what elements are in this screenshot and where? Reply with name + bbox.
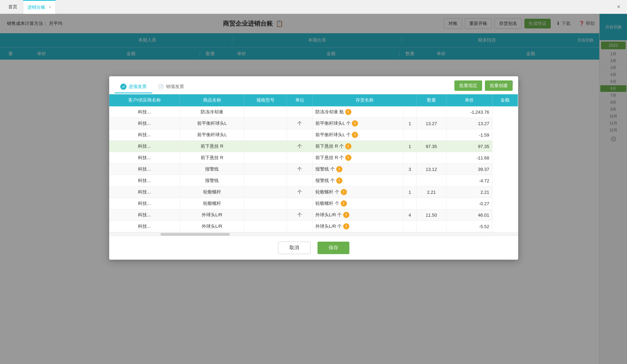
cell-unit-price [416, 221, 446, 232]
cell-product: 轮毂螺杆 [180, 187, 244, 198]
cell-inventory: 轮毂螺杆 个 ! [313, 187, 403, 198]
cell-spec [244, 118, 287, 129]
cell-supplier: 科技... [109, 175, 180, 187]
modal-header: ↺ 进项发票 📄 销项发票 批量指定 批量创建 × [109, 76, 518, 94]
cell-spec [244, 175, 287, 187]
cell-qty: 1 [403, 118, 416, 129]
cell-amount: -4.72 [446, 175, 492, 187]
cell-unit-price [416, 175, 446, 187]
batch-assign-button[interactable]: 批量指定 [454, 80, 482, 91]
cell-spec [244, 221, 287, 232]
cell-qty [403, 175, 416, 187]
purchase-tab-icon: ↺ [120, 84, 127, 90]
cell-unit-price [416, 152, 446, 164]
modal-footer: 取消 保存 [109, 236, 518, 260]
cell-inventory: 前下悬挂 R 个 ! [313, 141, 403, 152]
table-row[interactable]: 科技...报警线报警线 个 !-4.72 [109, 175, 518, 187]
cell-supplier: 科技... [109, 152, 180, 164]
tab-bar: 首页 进销台账 × × [0, 0, 627, 14]
modal-close-button[interactable]: × [510, 80, 514, 87]
cell-qty: 3 [403, 164, 416, 175]
tab-purchase-invoice[interactable]: ↺ 进项发票 [115, 81, 152, 93]
tab-home[interactable]: 首页 [3, 0, 23, 14]
cell-inventory: 前下悬挂 R 个 ! [313, 152, 403, 164]
cell-product: 前平衡杆球头L [180, 118, 244, 129]
th-unit: 单位 [287, 94, 313, 106]
invoice-table: 客户/供应商名称 商品名称 规格型号 单位 存货名称 数量 单价 金额 科技..… [109, 94, 518, 232]
cell-unit-price: 97.35 [416, 141, 446, 152]
cell-supplier: 科技... [109, 187, 180, 198]
table-row[interactable]: 科技...前下悬挂 R个前下悬挂 R 个 !197.3597.35 [109, 141, 518, 152]
cell-spec [244, 164, 287, 175]
sales-tab-icon: 📄 [158, 84, 164, 90]
table-row[interactable]: 科技...前平衡杆球头L前平衡杆球头L 个 !-1.59 [109, 129, 518, 141]
batch-create-button[interactable]: 批量创建 [485, 80, 513, 91]
warning-icon: ! [345, 143, 351, 149]
tab-close-icon[interactable]: × [49, 5, 51, 10]
cell-qty [403, 129, 416, 141]
save-button[interactable]: 保存 [317, 242, 349, 254]
table-row[interactable]: 科技...轮毂螺杆个轮毂螺杆 个 !12.212.21 [109, 187, 518, 198]
warning-icon: ! [336, 177, 342, 184]
cell-amount: 2.21 [446, 187, 492, 198]
cell-inventory: 外球头L/R 个 ! [313, 221, 403, 232]
cell-inventory: 前平衡杆球头L 个 ! [313, 129, 403, 141]
cell-product: 前下悬挂 R [180, 152, 244, 164]
tab-sales-label: 销项发票 [166, 84, 184, 90]
table-row[interactable]: 科技...前下悬挂 R前下悬挂 R 个 !-11.68 [109, 152, 518, 164]
cell-supplier: 科技... [109, 164, 180, 175]
cell-supplier: 科技... [109, 141, 180, 152]
cell-amount: -5.52 [446, 221, 492, 232]
window-close-button[interactable]: × [613, 1, 624, 12]
table-row[interactable]: 科技...外球头L/R外球头L/R 个 !-5.52 [109, 221, 518, 232]
cell-product: 前平衡杆球头L [180, 129, 244, 141]
scrollbar-thumb[interactable] [160, 233, 230, 236]
cell-supplier: 科技... [109, 129, 180, 141]
cell-product: 外球头L/R [180, 221, 244, 232]
cell-qty: 1 [403, 141, 416, 152]
cell-supplier: 科技... [109, 118, 180, 129]
table-row[interactable]: 科技...防冻冷却液防冻冷却液 瓶 !-1,243.76 [109, 106, 518, 118]
warning-icon: ! [343, 212, 349, 218]
table-row[interactable]: 科技...外球头L/R个外球头L/R 个 !411.5046.01 [109, 209, 518, 221]
cell-unit-price [416, 198, 446, 209]
table-header-row: 客户/供应商名称 商品名称 规格型号 单位 存货名称 数量 单价 金额 [109, 94, 518, 106]
table-row[interactable]: 科技...前平衡杆球头L个前平衡杆球头L 个 !113.2713.27 [109, 118, 518, 129]
warning-icon: ! [343, 223, 349, 229]
cell-amount: 39.37 [446, 164, 492, 175]
modal-body: 客户/供应商名称 商品名称 规格型号 单位 存货名称 数量 单价 金额 科技..… [109, 94, 518, 232]
th-qty: 数量 [416, 94, 446, 106]
cell-product: 前下悬挂 R [180, 141, 244, 152]
th-product: 商品名称 [180, 94, 244, 106]
cell-supplier: 科技... [109, 198, 180, 209]
cancel-button[interactable]: 取消 [278, 242, 311, 254]
horizontal-scrollbar[interactable] [109, 232, 518, 236]
cell-unit-price: 13.12 [416, 164, 446, 175]
cell-supplier: 科技... [109, 209, 180, 221]
cell-spec [244, 187, 287, 198]
cell-spec [244, 129, 287, 141]
cell-inventory: 报警线 个 ! [313, 175, 403, 187]
cell-unit [287, 106, 313, 118]
cell-supplier: 科技... [109, 221, 180, 232]
cell-unit: 个 [287, 118, 313, 129]
warning-icon: ! [352, 132, 358, 138]
tab-sales-invoice[interactable]: 📄 销项发票 [152, 81, 190, 93]
cell-unit-price [416, 129, 446, 141]
cell-inventory: 报警线 个 ! [313, 164, 403, 175]
tab-purchase-label: 进项发票 [129, 84, 147, 90]
tab-active[interactable]: 进销台账 × [23, 0, 56, 14]
cell-qty: 4 [403, 209, 416, 221]
warning-icon: ! [341, 189, 347, 195]
cell-unit: 个 [287, 209, 313, 221]
cell-spec [244, 141, 287, 152]
table-row[interactable]: 科技...报警线个报警线 个 !313.1239.37 [109, 164, 518, 175]
cell-unit-price: 11.50 [416, 209, 446, 221]
warning-icon: ! [345, 155, 351, 161]
table-row[interactable]: 科技...轮毂螺杆轮毂螺杆 个 !-0.27 [109, 198, 518, 209]
cell-unit [287, 198, 313, 209]
modal-overlay: ↺ 进项发票 📄 销项发票 批量指定 批量创建 × 客 [0, 14, 627, 364]
cell-amount: 46.01 [446, 209, 492, 221]
cell-product: 防冻冷却液 [180, 106, 244, 118]
cell-qty [403, 106, 416, 118]
